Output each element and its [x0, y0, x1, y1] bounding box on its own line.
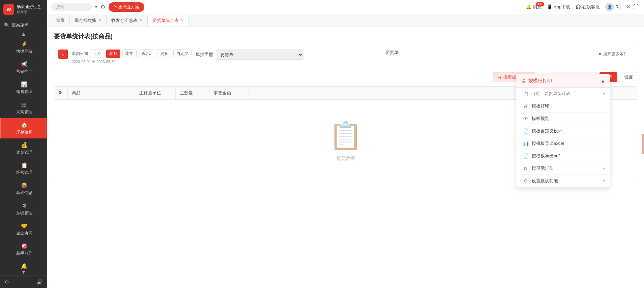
- sidebar-search-label: 搜索菜单: [11, 22, 29, 28]
- dropdown-current-item[interactable]: 📋 当前：要货单统计表 ▾: [516, 88, 610, 100]
- export-excel-label: 按模板导出excel: [532, 140, 564, 147]
- app-center-icon: 🔔: [21, 263, 28, 269]
- trial-button[interactable]: 体验行业方案: [109, 2, 144, 12]
- tab-inventory-batch-close[interactable]: ✕: [98, 18, 101, 23]
- dropdown-printer-icon: 🖨: [521, 78, 526, 84]
- col-product: 商品: [68, 87, 135, 99]
- basic-info-label: 基础信息: [16, 190, 32, 196]
- dropdown-header[interactable]: 🖨 按模板打印 ▲: [516, 74, 610, 88]
- sidebar-item-app-center[interactable]: 🔔 应用中心: [0, 260, 47, 269]
- sidebar-settings-icon[interactable]: ⚙: [5, 279, 9, 285]
- filter-bar: » 单据日期 上月 本月 本年 近7天 更多 自定义 2023-06-01 至 …: [54, 46, 637, 68]
- sidebar-item-sales[interactable]: 📊 销售管理: [0, 78, 47, 98]
- date-btn-this-month[interactable]: 本月: [106, 50, 120, 58]
- resize-handle[interactable]: [642, 134, 644, 154]
- dropdown-item-template-print[interactable]: 🖨 模板打印: [516, 100, 610, 113]
- tab-order-stats[interactable]: 要货单统计表 ✕: [148, 15, 189, 26]
- template-custom-label: 模板自定义设计: [532, 128, 562, 134]
- current-chevron: ▾: [603, 92, 605, 96]
- dropdown-item-export-excel[interactable]: 📊 按模板导出excel: [516, 137, 610, 150]
- sidebar-item-new-guide[interactable]: 🎯 新手引导: [0, 239, 47, 260]
- dropdown-item-set-default[interactable]: ⚙ 设置默认功能 ▾: [516, 175, 610, 187]
- user-name: Rit: [615, 4, 621, 9]
- dropdown-item-template-preview[interactable]: 👁 模板预览: [516, 113, 610, 125]
- export-excel-icon: 📊: [523, 141, 528, 146]
- dropdown-title: 按模板打印: [528, 78, 552, 84]
- main-area: 搜索 ▾ ⚙ 体验行业方案 🔔 消息 99+ 📱 App下载 🎧 在线客服 👤 …: [47, 0, 644, 288]
- date-filter-group: 单据日期 上月 本月 本年 近7天 更多 自定义 2023-06-01 至 20…: [72, 50, 192, 64]
- printer-icon: 🖨: [497, 75, 502, 80]
- export-pdf-icon: 📄: [523, 153, 528, 159]
- headset-icon: 🎧: [576, 4, 581, 9]
- sidebar-scroll-up[interactable]: ▲: [0, 31, 47, 37]
- type-filter-label: 单据类型: [196, 52, 213, 58]
- dropdown-current-left: 📋 当前：要货单统计表: [523, 91, 570, 97]
- dropdown-close-arrow[interactable]: ▲: [601, 78, 605, 84]
- date-btn-7days[interactable]: 近7天: [139, 50, 155, 58]
- sales-label: 销售管理: [16, 89, 32, 95]
- messages-button[interactable]: 🔔 消息 99+: [526, 4, 541, 10]
- window-maximize-icon[interactable]: ⛶: [633, 4, 639, 10]
- template-custom-icon: 📄: [523, 128, 528, 134]
- enterprise-icon: 🤝: [21, 223, 28, 229]
- user-avatar[interactable]: 👤 Rit: [605, 3, 621, 11]
- sidebar-bottom: ⚙ 🔊: [0, 276, 47, 288]
- settings-button[interactable]: 设置: [620, 72, 637, 82]
- sidebar-item-purchase[interactable]: 🛒 采购管理: [0, 98, 47, 118]
- finance-label: 资金管理: [16, 150, 32, 155]
- operations-icon: 📋: [21, 162, 28, 168]
- dropdown-item-template-custom[interactable]: 📄 模板自定义设计: [516, 125, 610, 137]
- template-preview-icon: 👁: [523, 116, 528, 121]
- sidebar-sound-icon[interactable]: 🔊: [37, 279, 42, 285]
- tab-receipt-summary-close[interactable]: ✕: [140, 18, 143, 23]
- tab-inventory-batch[interactable]: 库存批次账 ✕: [70, 15, 107, 26]
- sidebar-item-enterprise[interactable]: 🤝 企业协同: [0, 219, 47, 239]
- window-close-icon[interactable]: ✕: [626, 4, 631, 10]
- app-download-button[interactable]: 📱 App下载: [547, 4, 570, 10]
- topbar-settings-icon[interactable]: ⚙: [100, 4, 105, 10]
- search-icon: 🔍: [4, 23, 9, 28]
- app-logo-icon: W: [3, 4, 14, 15]
- dropdown-item-display-print[interactable]: 🖥 按显示打印 ▾: [516, 162, 610, 175]
- expand-more-button[interactable]: ▼ 展开更多条件: [592, 51, 633, 57]
- sidebar-item-system[interactable]: ⚙ 系统管理: [0, 199, 47, 219]
- empty-illustration: 📋: [329, 120, 362, 152]
- message-bell-icon: 🔔: [526, 4, 531, 9]
- current-label: 当前：要货单统计表: [531, 91, 570, 97]
- phone-icon: 📱: [547, 4, 552, 9]
- date-btn-more[interactable]: 更多: [157, 50, 171, 58]
- sidebar-search[interactable]: 🔍 搜索菜单: [0, 19, 47, 31]
- online-service-button[interactable]: 🎧 在线客服: [576, 4, 600, 10]
- tab-home[interactable]: 首页: [51, 15, 70, 26]
- sidebar-item-operations[interactable]: 📋 经营管理: [0, 159, 47, 179]
- tab-order-stats-close[interactable]: ✕: [181, 18, 184, 23]
- topbar-dropdown-arrow[interactable]: ▾: [95, 5, 97, 9]
- sidebar-item-inventory[interactable]: 🏠 库存核算: [0, 118, 47, 138]
- current-icon: 📋: [523, 91, 528, 96]
- col-amount: 零售金额: [209, 87, 250, 99]
- system-label: 系统管理: [16, 210, 32, 216]
- sidebar-scroll-down[interactable]: ▼: [0, 269, 47, 276]
- new-guide-label: 新手引导: [16, 251, 32, 256]
- quick-nav-icon: ⚡: [21, 41, 28, 47]
- nav-items-list: ⚡ 快捷导航 📢 营销推广 📊 销售管理 🛒 采购管理 🏠 库存核算 💰 资金管…: [0, 37, 47, 269]
- date-btn-this-year[interactable]: 本年: [122, 50, 137, 58]
- window-controls: ✕ ⛶: [626, 4, 640, 10]
- app-badge: 标准版: [17, 10, 41, 14]
- display-print-icon: 🖥: [523, 166, 528, 171]
- online-service-label: 在线客服: [582, 4, 600, 10]
- sidebar-item-finance[interactable]: 💰 资金管理: [0, 138, 47, 159]
- sidebar: W 畅康通好生意 标准版 🔍 搜索菜单 ▲ ⚡ 快捷导航 📢 营销推广 📊 销售…: [0, 0, 47, 288]
- sidebar-item-basic-info[interactable]: 📦 基础信息: [0, 179, 47, 199]
- sidebar-item-marketing[interactable]: 📢 营销推广: [0, 58, 47, 78]
- date-btn-last-month[interactable]: 上月: [90, 50, 104, 58]
- tab-receipt-summary[interactable]: 收发存汇总表 ✕: [107, 15, 148, 26]
- type-filter-select[interactable]: 要货单: [216, 50, 303, 60]
- date-filter-label: 单据日期: [72, 51, 88, 57]
- sidebar-item-quick-nav[interactable]: ⚡ 快捷导航: [0, 37, 47, 58]
- filter-expand-button[interactable]: »: [58, 50, 68, 59]
- date-btn-custom[interactable]: 自定义: [173, 50, 192, 58]
- tag-filter-label: 要货单: [385, 50, 399, 56]
- topbar-search-box[interactable]: 搜索: [51, 3, 92, 11]
- dropdown-item-export-pdf[interactable]: 📄 按模板导出pdf: [516, 150, 610, 162]
